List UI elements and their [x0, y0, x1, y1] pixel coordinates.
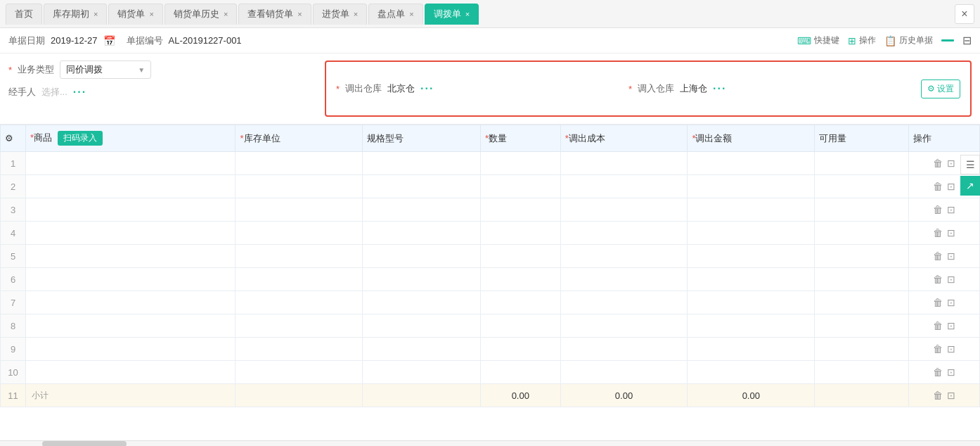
close-tab-sales-order[interactable]: ×	[149, 10, 153, 18]
row-cost-5[interactable]	[560, 245, 688, 268]
close-tab-stocktaking[interactable]: ×	[409, 10, 413, 18]
scrollbar-thumb[interactable]	[42, 441, 127, 446]
tab-sales-order[interactable]: 销货单 ×	[108, 4, 162, 25]
copy-row-icon[interactable]: ⊡	[947, 297, 955, 308]
row-qty-6[interactable]	[480, 268, 560, 291]
row-unit-4[interactable]	[236, 222, 363, 245]
row-cost-2[interactable]	[560, 175, 688, 198]
close-tab-inventory-init[interactable]: ×	[94, 10, 98, 18]
row-goods-7[interactable]	[26, 291, 236, 314]
row-unit-2[interactable]	[236, 175, 363, 198]
row-qty-10[interactable]	[480, 361, 560, 384]
copy-row-icon[interactable]: ⊡	[947, 343, 955, 355]
row-spec-10[interactable]	[363, 361, 481, 384]
tab-transfer[interactable]: 调拨单 ×	[425, 4, 479, 25]
row-goods-1[interactable]	[26, 152, 236, 175]
row-cost-1[interactable]	[560, 152, 688, 175]
row-goods-9[interactable]	[26, 338, 236, 361]
row-goods-3[interactable]	[26, 198, 236, 222]
copy-row-icon[interactable]: ⊡	[947, 181, 955, 192]
row-amount-8[interactable]	[688, 314, 815, 338]
row-available-6[interactable]	[815, 268, 909, 291]
window-close-button[interactable]: ×	[955, 4, 974, 24]
row-available-1[interactable]	[815, 152, 909, 175]
row-amount-3[interactable]	[688, 198, 815, 222]
row-unit-8[interactable]	[236, 314, 363, 338]
row-goods-6[interactable]	[26, 268, 236, 291]
tab-home[interactable]: 首页	[6, 4, 42, 25]
row-spec-6[interactable]	[363, 268, 481, 291]
row-unit-10[interactable]	[236, 361, 363, 384]
row-goods-10[interactable]	[26, 361, 236, 384]
delete-row-icon[interactable]: 🗑	[933, 320, 943, 331]
copy-row-icon[interactable]: ⊡	[947, 320, 955, 331]
delete-icon[interactable]: 🗑	[933, 390, 943, 401]
tab-inventory-init[interactable]: 库存期初 ×	[44, 4, 107, 25]
layout-grid-btn[interactable]: ⊟	[962, 34, 972, 47]
close-tab-view-sales[interactable]: ×	[297, 10, 302, 18]
row-qty-2[interactable]	[480, 175, 560, 198]
row-cost-4[interactable]	[560, 222, 688, 245]
row-goods-8[interactable]	[26, 314, 236, 338]
copy-row-icon[interactable]: ⊡	[947, 274, 955, 285]
row-unit-3[interactable]	[236, 198, 363, 222]
row-goods-4[interactable]	[26, 222, 236, 245]
row-amount-9[interactable]	[688, 338, 815, 361]
row-spec-9[interactable]	[363, 338, 481, 361]
close-tab-sales-history[interactable]: ×	[224, 10, 228, 18]
row-amount-6[interactable]	[688, 268, 815, 291]
tab-sales-history[interactable]: 销货单历史 ×	[165, 4, 237, 25]
row-amount-1[interactable]	[688, 152, 815, 175]
row-available-9[interactable]	[815, 338, 909, 361]
row-available-5[interactable]	[815, 245, 909, 268]
delete-row-icon[interactable]: 🗑	[933, 367, 943, 378]
horizontal-scrollbar[interactable]	[0, 440, 980, 446]
delete-row-icon[interactable]: 🗑	[933, 343, 943, 355]
row-spec-8[interactable]	[363, 314, 481, 338]
close-tab-transfer[interactable]: ×	[465, 10, 470, 18]
row-unit-5[interactable]	[236, 245, 363, 268]
row-cost-6[interactable]	[560, 268, 688, 291]
shortcuts-btn[interactable]: ⌨ 快捷键	[797, 34, 839, 46]
row-unit-9[interactable]	[236, 338, 363, 361]
side-list-icon[interactable]: ☰	[960, 155, 980, 174]
row-amount-2[interactable]	[688, 175, 815, 198]
history-btn[interactable]: 📋 历史单据	[884, 34, 933, 46]
tab-stocktaking[interactable]: 盘点单 ×	[368, 4, 423, 25]
row-spec-3[interactable]	[363, 198, 481, 222]
row-amount-10[interactable]	[688, 361, 815, 384]
tab-purchase-order[interactable]: 进货单 ×	[313, 4, 367, 25]
row-qty-9[interactable]	[480, 338, 560, 361]
side-expand-icon[interactable]: ↗	[960, 176, 980, 196]
row-unit-6[interactable]	[236, 268, 363, 291]
row-goods-5[interactable]	[26, 245, 236, 268]
row-spec-2[interactable]	[363, 175, 481, 198]
copy-row-icon[interactable]: ⊡	[947, 367, 955, 378]
row-unit-7[interactable]	[236, 291, 363, 314]
row-cost-9[interactable]	[560, 338, 688, 361]
row-spec-7[interactable]	[363, 291, 481, 314]
row-cost-3[interactable]	[560, 198, 688, 222]
copy-row-icon[interactable]: ⊡	[947, 227, 955, 238]
delete-row-icon[interactable]: 🗑	[933, 274, 943, 285]
business-type-select[interactable]: 同价调拨 ▼	[60, 60, 151, 79]
tab-view-sales[interactable]: 查看销货单 ×	[238, 4, 311, 25]
row-qty-4[interactable]	[480, 222, 560, 245]
delete-row-icon[interactable]: 🗑	[933, 158, 943, 169]
row-amount-7[interactable]	[688, 291, 815, 314]
copy-icon[interactable]: ⊡	[947, 390, 955, 401]
row-qty-3[interactable]	[480, 198, 560, 222]
row-qty-1[interactable]	[480, 152, 560, 175]
layout-toggle[interactable]	[941, 39, 954, 42]
row-spec-1[interactable]	[363, 152, 481, 175]
row-available-10[interactable]	[815, 361, 909, 384]
close-tab-purchase-order[interactable]: ×	[354, 10, 358, 18]
row-unit-1[interactable]	[236, 152, 363, 175]
row-spec-5[interactable]	[363, 245, 481, 268]
calendar-icon[interactable]: 📅	[103, 35, 115, 46]
row-qty-8[interactable]	[480, 314, 560, 338]
row-qty-7[interactable]	[480, 291, 560, 314]
operations-btn[interactable]: ⊞ 操作	[848, 34, 876, 46]
row-available-8[interactable]	[815, 314, 909, 338]
delete-row-icon[interactable]: 🗑	[933, 250, 943, 262]
